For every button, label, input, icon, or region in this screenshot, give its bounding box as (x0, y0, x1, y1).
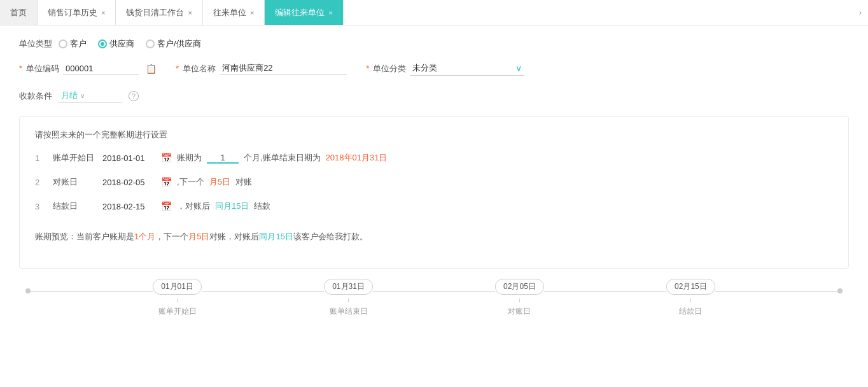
unit-name-required-star: * (176, 64, 179, 73)
radio-supplier-circle (98, 39, 107, 48)
period-row-3-cal-icon[interactable]: 📅 (161, 201, 172, 211)
preview-part1-sep: ， (155, 232, 164, 241)
timeline-line-1 (202, 291, 324, 292)
close-icon[interactable]: × (188, 9, 192, 17)
radio-supplier[interactable]: 供应商 (98, 38, 134, 50)
timeline-left-dot (25, 288, 31, 293)
preview-label: 账期预览：当前客户账期是 (35, 232, 134, 241)
preview-part2-pre: 下一个 (164, 232, 188, 241)
preview-part2-sep: 对账，对账后 (209, 232, 259, 241)
radio-customer-circle (59, 39, 67, 48)
radio-both-circle (146, 39, 155, 48)
period-row-2-date: 2018-02-05 (102, 178, 153, 187)
timeline-right-dot (837, 288, 843, 293)
period-row-1: 1 账单开始日 2018-01-01 📅 账期为 个月,账单结束日期为 2018… (35, 152, 833, 164)
payment-condition-label: 收款条件 (19, 90, 52, 102)
period-row-2-suffix-post: 对账 (235, 176, 252, 188)
period-row-3: 3 结款日 2018-02-15 📅 ，对账后 同月15日 结款 (35, 201, 833, 212)
tab-edit-partner[interactable]: 编辑往来单位 × (265, 0, 343, 25)
close-icon[interactable]: × (250, 9, 254, 17)
timeline-node-1: 01月01日 账单开始日 (153, 279, 202, 317)
payment-condition-dropdown[interactable]: 月结 ∨ (59, 88, 122, 103)
tab-home[interactable]: 首页 (0, 0, 38, 25)
timeline-node-4-date: 02月15日 (666, 279, 715, 295)
timeline-line-3 (544, 291, 666, 292)
unit-class-required-star: * (366, 64, 369, 73)
timeline-node-2-tick (348, 299, 349, 302)
period-row-3-highlight: 同月15日 (215, 201, 249, 212)
tab-cash-workbench[interactable]: 钱货日清工作台 × (116, 0, 202, 25)
period-row-2: 2 对账日 2018-02-05 📅 ,下一个 月5日 对账 (35, 176, 833, 188)
unit-class-label: 单位分类 (373, 63, 406, 74)
unit-code-picker-icon[interactable]: 📋 (146, 64, 157, 74)
timeline-container: 01月01日 账单开始日 01月31日 账单结束日 02月05日 对账日 02月… (19, 279, 849, 317)
main-content: 单位类型 客户 供应商 客户/供应商 * 单位编码 📋 * (0, 25, 868, 387)
unit-code-label: 单位编码 (26, 63, 59, 74)
unit-class-arrow-icon: ∨ (515, 63, 522, 73)
radio-customer[interactable]: 客户 (59, 38, 87, 50)
close-icon[interactable]: × (101, 9, 105, 17)
unit-details-row: * 单位编码 📋 * 单位名称 * 单位分类 未分类 ∨ (19, 61, 849, 76)
preview-section: 账期预览：当前客户账期是1个月，下一个月5日对账，对账后同月15日该客户会给我打… (35, 225, 833, 243)
period-settings-box: 请按照未来的一个完整帐期进行设置 1 账单开始日 2018-01-01 📅 账期… (19, 116, 849, 269)
period-row-1-suffix-pre: 账期为 (177, 152, 202, 164)
period-row-2-num: 2 (35, 178, 48, 187)
timeline-node-3-label: 对账日 (508, 306, 531, 317)
period-row-1-suffix-post: 个月,账单结束日期为 (244, 152, 321, 164)
unit-name-input[interactable] (220, 62, 347, 75)
unit-name-label: 单位名称 (183, 63, 216, 74)
payment-condition-row: 收款条件 月结 ∨ ? (19, 88, 849, 103)
timeline-node-3-tick (519, 299, 520, 302)
period-row-3-label: 结款日 (53, 201, 97, 212)
timeline-line-2 (373, 291, 495, 292)
timeline-node-1-label: 账单开始日 (158, 306, 197, 317)
close-icon[interactable]: × (328, 9, 332, 17)
payment-help-icon[interactable]: ? (129, 91, 139, 101)
tab-bar: 首页 销售订单历史 × 钱货日清工作台 × 往来单位 × 编辑往来单位 × › (0, 0, 868, 25)
period-row-2-label: 对账日 (53, 176, 97, 188)
period-row-3-suffix-post: 结款 (254, 201, 270, 212)
payment-condition-value: 月结 (61, 90, 78, 101)
timeline-node-4-tick (690, 299, 691, 302)
period-row-1-cal-icon[interactable]: 📅 (161, 153, 172, 163)
radio-customer-label: 客户 (70, 38, 87, 50)
timeline-node-2: 01月31日 账单结束日 (324, 279, 373, 317)
timeline-node-2-label: 账单结束日 (330, 306, 368, 317)
timeline-node-1-date: 01月01日 (153, 279, 202, 295)
preview-part1: 1个月 (134, 232, 155, 241)
timeline-node-3-date: 02月05日 (495, 279, 544, 295)
tab-partner-unit[interactable]: 往来单位 × (203, 0, 265, 25)
timeline-node-2-date: 01月31日 (324, 279, 373, 295)
period-row-1-date: 2018-01-01 (102, 153, 153, 163)
unit-code-input[interactable] (63, 62, 139, 75)
unit-type-radio-group: 客户 供应商 客户/供应商 (59, 38, 201, 50)
period-row-1-num: 1 (35, 153, 48, 163)
preview-text: 账期预览：当前客户账期是1个月，下一个月5日对账，对账后同月15日该客户会给我打… (35, 231, 833, 243)
tab-more-button[interactable]: › (853, 0, 868, 25)
timeline-node-4: 02月15日 结款日 (666, 279, 715, 317)
tab-cash-workbench-label: 钱货日清工作台 (126, 7, 184, 18)
radio-both[interactable]: 客户/供应商 (146, 38, 201, 50)
tab-partner-unit-label: 往来单位 (213, 7, 246, 18)
period-box-title: 请按照未来的一个完整帐期进行设置 (35, 129, 833, 141)
timeline-node-1-tick (177, 299, 178, 302)
period-number-input[interactable] (207, 153, 239, 164)
period-row-3-suffix-pre: ，对账后 (177, 201, 210, 212)
unit-type-label: 单位类型 (19, 38, 52, 50)
payment-dropdown-arrow-icon: ∨ (80, 92, 85, 99)
preview-part3: 同月15日 (259, 232, 293, 241)
unit-class-value: 未分类 (412, 62, 437, 74)
tab-sales-history-label: 销售订单历史 (48, 7, 97, 18)
period-row-3-date: 2018-02-15 (102, 202, 153, 211)
period-row-2-suffix-pre: ,下一个 (177, 176, 204, 188)
timeline-line-0 (31, 291, 153, 292)
tab-edit-partner-label: 编辑往来单位 (275, 7, 325, 18)
unit-type-row: 单位类型 客户 供应商 客户/供应商 (19, 38, 849, 50)
unit-class-dropdown[interactable]: 未分类 ∨ (410, 61, 524, 76)
period-row-1-label: 账单开始日 (53, 152, 97, 164)
tab-sales-history[interactable]: 销售订单历史 × (38, 0, 116, 25)
period-row-2-cal-icon[interactable]: 📅 (161, 177, 172, 187)
period-row-2-highlight: 月5日 (209, 176, 230, 188)
unit-code-required-star: * (19, 64, 22, 73)
timeline-line-4 (715, 291, 837, 292)
